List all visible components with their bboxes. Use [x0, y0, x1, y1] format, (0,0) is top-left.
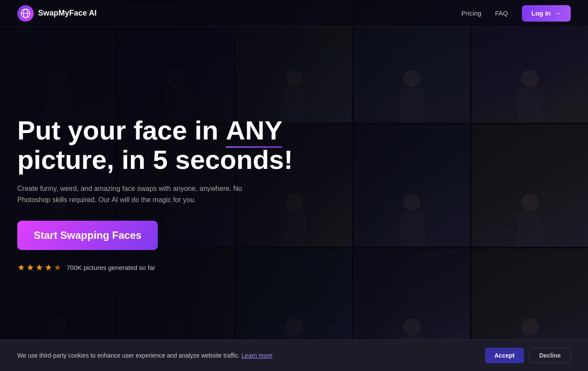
nav-links: Pricing FAQ Log In →: [461, 5, 571, 22]
navbar: SwapMyFace AI Pricing FAQ Log In →: [0, 0, 588, 27]
hero-title: Put your face in ANY picture, in 5 secon…: [17, 116, 311, 174]
cta-button[interactable]: Start Swapping Faces: [17, 221, 158, 250]
nav-faq[interactable]: FAQ: [495, 10, 508, 17]
cookie-text: We use third-party cookies to enhance us…: [17, 352, 475, 359]
cookie-learn-more[interactable]: Learn more: [242, 352, 273, 359]
hero-stats: ★ ★ ★ ★ ★ 700K pictures generated so far: [17, 262, 311, 273]
hero-section: Put your face in ANY picture, in 5 secon…: [0, 0, 588, 371]
logo-text: SwapMyFace AI: [38, 9, 96, 18]
star-3: ★: [35, 262, 43, 273]
arrow-icon: →: [554, 10, 561, 17]
hero-content: Put your face in ANY picture, in 5 secon…: [17, 116, 311, 273]
star-2: ★: [26, 262, 34, 273]
nav-pricing[interactable]: Pricing: [461, 10, 481, 17]
login-button[interactable]: Log In →: [522, 5, 571, 22]
star-rating: ★ ★ ★ ★ ★: [17, 262, 61, 273]
stats-text: 700K pictures generated so far: [67, 264, 155, 271]
star-4: ★: [45, 262, 52, 273]
hero-subtitle: Create funny, weird, and amazing face sw…: [17, 183, 268, 205]
cookie-banner: We use third-party cookies to enhance us…: [0, 339, 588, 371]
star-5: ★: [54, 262, 61, 273]
cookie-accept-button[interactable]: Accept: [485, 348, 524, 363]
cookie-decline-button[interactable]: Decline: [529, 348, 571, 363]
logo-icon: [17, 5, 34, 22]
logo-link[interactable]: SwapMyFace AI: [17, 5, 96, 22]
cookie-buttons: Accept Decline: [485, 348, 571, 363]
star-1: ★: [17, 262, 25, 273]
